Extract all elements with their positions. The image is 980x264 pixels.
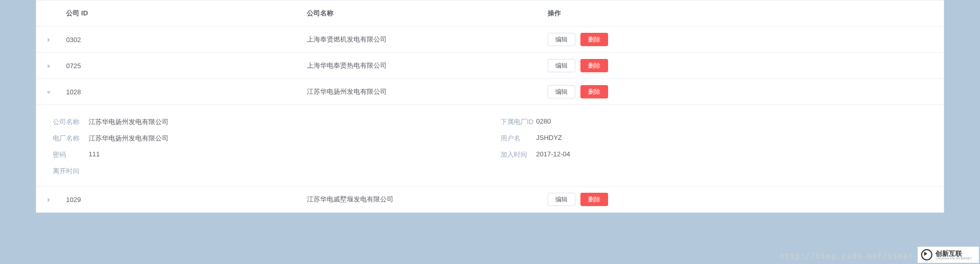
cell-company-name: 江苏华电扬州发电有限公司 xyxy=(302,79,543,105)
chevron-right-icon xyxy=(48,64,50,68)
detail-label: 密码 xyxy=(53,150,89,159)
delete-button[interactable]: 删除 xyxy=(580,59,608,72)
detail-value: 0280 xyxy=(536,117,551,127)
logo-text-en: CHUANGXIN INTERNET xyxy=(935,257,972,260)
detail-label: 电厂名称 xyxy=(53,134,89,143)
detail-value: 江苏华电扬州发电有限公司 xyxy=(89,134,169,143)
cell-company-name: 上海奉贤燃机发电有限公司 xyxy=(302,27,543,53)
detail-value: 江苏华电扬州发电有限公司 xyxy=(89,117,169,127)
detail-label: 公司名称 xyxy=(53,117,89,127)
detail-leave-time: 离开时间 xyxy=(53,167,480,176)
logo-icon xyxy=(921,249,932,260)
expand-toggle[interactable] xyxy=(36,53,61,79)
chevron-right-icon xyxy=(48,198,50,202)
cell-company-id: 1029 xyxy=(61,187,302,213)
edit-button[interactable]: 编辑 xyxy=(548,193,575,206)
detail-label: 加入时间 xyxy=(501,150,536,159)
detail-value: 111 xyxy=(89,150,100,159)
table-row: 1028 江苏华电扬州发电有限公司 编辑 删除 xyxy=(36,79,944,105)
cell-company-name: 上海华电奉贤热电有限公司 xyxy=(302,53,543,79)
detail-company-name: 公司名称 江苏华电扬州发电有限公司 xyxy=(53,117,480,127)
company-table: 公司 ID 公司名称 操作 0302 上海奉贤燃机发电有限公司 编辑 删除 07… xyxy=(36,1,944,213)
cell-actions: 编辑 删除 xyxy=(543,79,944,105)
cell-company-id: 0302 xyxy=(61,27,302,53)
watermark-text: http://blog.csdn.net/sinat xyxy=(780,252,913,261)
detail-password: 密码 111 xyxy=(53,150,480,159)
expand-toggle[interactable] xyxy=(36,187,61,213)
expand-toggle[interactable] xyxy=(36,79,61,105)
table-row: 0302 上海奉贤燃机发电有限公司 编辑 删除 xyxy=(36,27,944,53)
chevron-right-icon xyxy=(48,38,50,42)
corner-logo: 创新互联 CHUANGXIN INTERNET xyxy=(918,247,979,263)
chevron-down-icon xyxy=(47,91,51,94)
detail-plant-name: 电厂名称 江苏华电扬州发电有限公司 xyxy=(53,134,480,143)
company-table-card: 公司 ID 公司名称 操作 0302 上海奉贤燃机发电有限公司 编辑 删除 07… xyxy=(36,0,944,213)
cell-actions: 编辑 删除 xyxy=(543,53,944,79)
detail-panel: 公司名称 江苏华电扬州发电有限公司 下属电厂ID 0280 电厂名称 江苏华电扬… xyxy=(36,105,944,186)
header-action: 操作 xyxy=(543,1,944,27)
table-header-row: 公司 ID 公司名称 操作 xyxy=(36,1,944,27)
edit-button[interactable]: 编辑 xyxy=(548,33,575,46)
cell-company-id: 0725 xyxy=(61,53,302,79)
table-row: 0725 上海华电奉贤热电有限公司 编辑 删除 xyxy=(36,53,944,79)
logo-text-cn: 创新互联 xyxy=(935,250,972,257)
detail-value: JSHDYZ xyxy=(536,134,562,143)
cell-actions: 编辑 删除 xyxy=(543,27,944,53)
detail-username: 用户名 JSHDYZ xyxy=(501,134,928,143)
detail-label: 下属电厂ID xyxy=(501,117,536,127)
delete-button[interactable]: 删除 xyxy=(580,33,608,46)
cell-company-id: 1028 xyxy=(61,79,302,105)
cell-company-name: 江苏华电戚墅堰发电有限公司 xyxy=(302,187,543,213)
delete-button[interactable]: 删除 xyxy=(580,85,608,98)
detail-join-time: 加入时间 2017-12-04 xyxy=(501,150,928,159)
delete-button[interactable]: 删除 xyxy=(580,193,608,206)
detail-label: 离开时间 xyxy=(53,167,89,176)
detail-label: 用户名 xyxy=(501,134,536,143)
header-company-name: 公司名称 xyxy=(302,1,543,27)
edit-button[interactable]: 编辑 xyxy=(548,85,575,98)
cell-actions: 编辑 删除 xyxy=(543,187,944,213)
expand-toggle[interactable] xyxy=(36,27,61,53)
expanded-detail-row: 公司名称 江苏华电扬州发电有限公司 下属电厂ID 0280 电厂名称 江苏华电扬… xyxy=(36,105,944,187)
detail-plant-id: 下属电厂ID 0280 xyxy=(501,117,928,127)
header-company-id: 公司 ID xyxy=(61,1,302,27)
edit-button[interactable]: 编辑 xyxy=(548,59,575,72)
detail-value: 2017-12-04 xyxy=(536,150,571,159)
table-row: 1029 江苏华电戚墅堰发电有限公司 编辑 删除 xyxy=(36,187,944,213)
